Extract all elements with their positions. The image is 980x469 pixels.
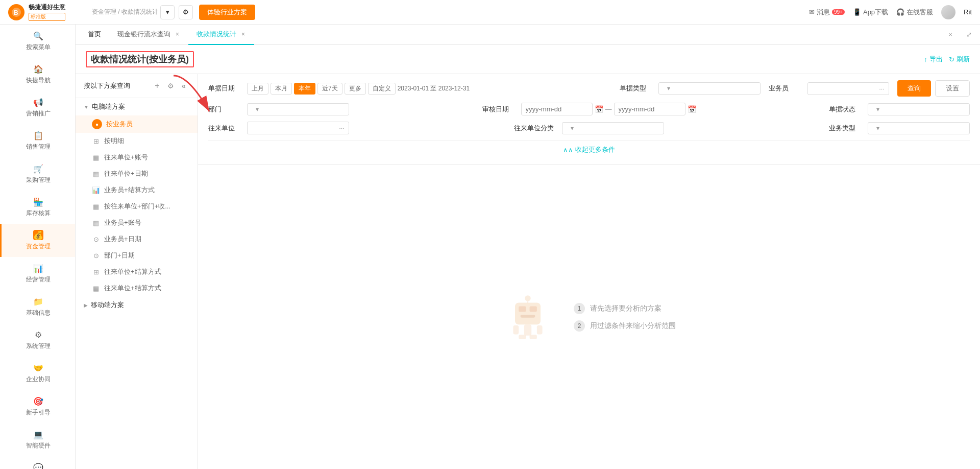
plan-item-partner-date[interactable]: ▦ 往来单位+日期 bbox=[76, 166, 198, 182]
plan-item-dept-date[interactable]: ⊙ 部门+日期 bbox=[76, 247, 198, 264]
review-date-to[interactable] bbox=[614, 103, 685, 115]
sidebar-item-inventory[interactable]: 🏪 库存核算 bbox=[0, 191, 75, 224]
sidebar-item-quick-nav[interactable]: 🏠 快捷导航 bbox=[0, 58, 75, 91]
online-service-btn[interactable]: 🎧 在线客服 bbox=[896, 8, 933, 17]
page-area: 收款情况统计(按业务员) ↑ 导出 ↻ 刷新 按以下 bbox=[76, 45, 980, 469]
sidebar-label-finance: 资金管理 bbox=[26, 242, 51, 251]
tab-home[interactable]: 首页 bbox=[80, 25, 109, 45]
date-btn-last-month[interactable]: 上月 bbox=[247, 83, 268, 95]
empty-content: 1 请先选择要分析的方案 2 用过滤条件来缩小分析范围 bbox=[502, 292, 676, 343]
sidebar-item-enterprise[interactable]: 🤝 企业协同 bbox=[0, 357, 75, 390]
sidebar-item-sales[interactable]: 📋 销售管理 bbox=[0, 124, 75, 157]
sidebar-item-operation[interactable]: 📊 经营管理 bbox=[0, 257, 75, 290]
desktop-group-header[interactable]: ▼ 电脑端方案 bbox=[76, 98, 198, 115]
message-btn[interactable]: ✉ 消息 99+ bbox=[809, 8, 845, 17]
user-avatar[interactable] bbox=[941, 5, 955, 19]
nav-dropdown[interactable]: ▾ bbox=[160, 5, 175, 19]
tab-bank[interactable]: 现金银行流水查询 × bbox=[109, 25, 188, 45]
salesman-select[interactable]: ··· bbox=[807, 82, 889, 95]
plan-item-salesman-account[interactable]: ▦ 业务员+账号 bbox=[76, 215, 198, 231]
dept-label: 部门 bbox=[208, 105, 239, 114]
sidebar-item-marketing[interactable]: 📢 营销推广 bbox=[0, 91, 75, 124]
logo-text: 畅捷通好生意 bbox=[29, 3, 65, 12]
refresh-button[interactable]: ↻ 刷新 bbox=[949, 55, 970, 64]
sidebar-item-guide[interactable]: 🎯 新手引导 bbox=[0, 390, 75, 423]
message-badge: 99+ bbox=[832, 9, 845, 15]
plan-item-by-detail[interactable]: ⊞ 按明细 bbox=[76, 133, 198, 149]
export-button[interactable]: ↑ 导出 bbox=[924, 55, 943, 64]
svg-rect-2 bbox=[515, 302, 541, 324]
plan-item-partner-account[interactable]: ▦ 往来单位+账号 bbox=[76, 149, 198, 166]
mobile-group-header[interactable]: ▶ 移动端方案 bbox=[76, 296, 198, 314]
plan-item-partner-settle2[interactable]: ▦ 往来单位+结算方式 bbox=[76, 280, 198, 296]
sidebar-item-basic[interactable]: 📁 基础信息 bbox=[0, 290, 75, 323]
tab-collection-close[interactable]: × bbox=[240, 30, 246, 39]
collapse-more-btn[interactable]: ∧∧ 收起更多条件 bbox=[208, 140, 970, 158]
date-btn-custom[interactable]: 自定义 bbox=[368, 83, 396, 95]
tab-collection[interactable]: 收款情况统计 × bbox=[188, 25, 254, 45]
plan-item-salesman-date[interactable]: ⊙ 业务员+日期 bbox=[76, 231, 198, 247]
date-btn-more[interactable]: 更多 bbox=[345, 83, 366, 95]
system-icon: ⚙ bbox=[33, 330, 43, 340]
svg-rect-4 bbox=[530, 306, 537, 312]
sidebar-label-smart: 智能硬件 bbox=[26, 441, 51, 450]
app-download-btn[interactable]: 📱 App下载 bbox=[853, 8, 888, 17]
add-plan-btn[interactable]: + bbox=[152, 80, 163, 91]
svg-rect-9 bbox=[519, 335, 526, 339]
date-btn-7days[interactable]: 近7天 bbox=[317, 83, 342, 95]
plan-item-salesman-settle[interactable]: 📊 业务员+结算方式 bbox=[76, 182, 198, 198]
partner-category-select[interactable] bbox=[562, 122, 664, 134]
sidebar-item-system[interactable]: ⚙ 系统管理 bbox=[0, 323, 75, 357]
plan-label-salesman-account: 业务员+账号 bbox=[104, 218, 141, 227]
panel-collapse-btn[interactable]: « bbox=[178, 80, 189, 91]
plan-item-partner-settle1[interactable]: ⊞ 往来单位+结算方式 bbox=[76, 264, 198, 280]
sidebar-item-wechat[interactable]: 💬 企业微信 bbox=[0, 456, 75, 469]
tab-maximize[interactable]: ⤢ bbox=[962, 28, 976, 42]
search-icon: 🔍 bbox=[33, 31, 43, 41]
message-icon: ✉ bbox=[809, 8, 815, 16]
filter-row-3: 往来单位 ··· 往来单位分类 业务类型 bbox=[208, 122, 970, 134]
plan-label-partner-settle2: 往来单位+结算方式 bbox=[104, 284, 161, 293]
biz-type-select[interactable] bbox=[868, 122, 970, 134]
partner-select[interactable]: ··· bbox=[247, 122, 349, 134]
logo-icon: B bbox=[8, 4, 24, 20]
tab-bank-close[interactable]: × bbox=[175, 30, 180, 39]
trial-button[interactable]: 体验行业方案 bbox=[199, 5, 255, 20]
inventory-icon: 🏪 bbox=[33, 197, 43, 207]
tip-number-1: 1 bbox=[574, 303, 585, 314]
sidebar-item-search[interactable]: 🔍 搜索菜单 bbox=[0, 25, 75, 58]
plan-item-by-salesman[interactable]: ● 按业务员 bbox=[76, 115, 198, 133]
tab-home-label: 首页 bbox=[88, 30, 101, 39]
settings-gear[interactable]: ⚙ bbox=[179, 5, 193, 19]
date-btn-this-year[interactable]: 本年 bbox=[294, 83, 315, 95]
plan-item-partner-dept[interactable]: ▦ 按往来单位+部门+收... bbox=[76, 198, 198, 215]
sidebar-item-purchase[interactable]: 🛒 采购管理 bbox=[0, 157, 75, 191]
sidebar-item-finance[interactable]: 💰 资金管理 bbox=[0, 224, 75, 257]
filter-dates: 上月 本月 本年 近7天 更多 自定义 2023-01-01 至 2023-12… bbox=[247, 83, 470, 95]
query-button[interactable]: 查询 bbox=[897, 80, 931, 97]
tip-text-2: 用过滤条件来缩小分析范围 bbox=[590, 321, 676, 331]
empty-illustration bbox=[502, 292, 553, 343]
date-btn-this-month[interactable]: 本月 bbox=[271, 83, 292, 95]
dept-select[interactable] bbox=[247, 103, 349, 115]
plan-settings-btn[interactable]: ⚙ bbox=[165, 80, 176, 91]
tab-close-all[interactable]: × bbox=[943, 28, 958, 42]
tab-bar-right: × ⤢ bbox=[943, 28, 976, 42]
left-panel-header: 按以下方案查询 + ⚙ « bbox=[76, 74, 198, 98]
settings-button[interactable]: 设置 bbox=[935, 80, 970, 97]
doc-status-select[interactable] bbox=[868, 103, 970, 115]
plan-label-salesman-date: 业务员+日期 bbox=[104, 235, 141, 244]
panel-actions: + ⚙ « bbox=[152, 80, 189, 91]
doc-type-select[interactable] bbox=[658, 82, 761, 95]
header-nav: 资金管理 / 收款情况统计 ▾ ⚙ 体验行业方案 bbox=[84, 5, 809, 20]
sidebar-label-system: 系统管理 bbox=[26, 342, 51, 350]
marketing-icon: 📢 bbox=[33, 97, 43, 107]
sidebar-label-guide: 新手引导 bbox=[26, 408, 51, 417]
calendar-to-icon[interactable]: 📅 bbox=[688, 105, 696, 113]
review-date-from[interactable] bbox=[521, 103, 593, 115]
mobile-group-label: 移动端方案 bbox=[91, 300, 124, 310]
tip-text-1: 请先选择要分析的方案 bbox=[590, 304, 662, 313]
calendar-from-icon[interactable]: 📅 bbox=[595, 105, 603, 113]
partner-category-label: 往来单位分类 bbox=[514, 124, 554, 133]
sidebar-item-smart[interactable]: 💻 智能硬件 bbox=[0, 423, 75, 456]
